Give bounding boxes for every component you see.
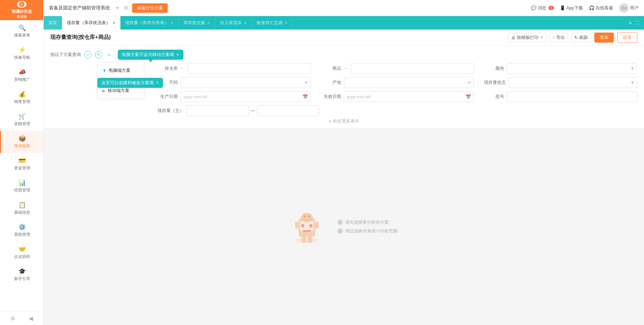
collapse-sidebar-icon[interactable]: ◀: [29, 315, 33, 322]
filter-warehouse-label: 按仓库: [158, 65, 178, 71]
arrow-right-icon: ▼: [102, 68, 107, 73]
lightning-icon: ⚡: [18, 46, 26, 54]
app-download-item[interactable]: 📱 App下载: [560, 5, 583, 11]
chevron-down-icon: ▼: [304, 80, 308, 85]
online-service-item[interactable]: 🎧 在线客服: [589, 5, 613, 11]
filter-add-button[interactable]: ＋: [84, 51, 92, 58]
filter-row-size: 尺码 ▼: [158, 77, 311, 88]
edition-label: 标准版: [17, 14, 27, 19]
arrow-right-icon: ▶: [102, 88, 106, 93]
topbar-gear-icon[interactable]: ⚙: [123, 5, 128, 11]
export-icon: ↑: [553, 35, 555, 40]
headset-icon: 🎧: [589, 5, 594, 10]
filter-row-exp-date: 失效日期 yyyy-mm-dd 📅: [321, 91, 474, 102]
sidebar-item-marketing[interactable]: 📣 营销推广: [0, 64, 43, 87]
sidebar-item-label: 资金管理: [14, 165, 30, 171]
content-area: ① 请先选择要分析的方案 ② 用过滤条件来缩小分析范围: [44, 128, 644, 325]
settings-bottom-icon[interactable]: ⚙: [10, 315, 15, 322]
collapse-bar[interactable]: ∧ 收起更多条件: [50, 116, 637, 125]
svg-rect-7: [303, 230, 311, 232]
bell-icon: 💬: [531, 5, 536, 10]
sidebar-item-label: 采购管理: [14, 121, 30, 127]
hint1-text: 请先选择要分析的方案: [345, 219, 389, 225]
refresh-button[interactable]: ↻ 刷新: [571, 33, 591, 42]
sidebar-item-finance[interactable]: 💳 资金管理: [0, 153, 43, 175]
chevron-down-icon: ▼: [540, 36, 543, 39]
tab-delivery-summary[interactable]: 收发存汇总表 ✕: [252, 16, 293, 30]
sidebar-item-search-menu[interactable]: 🔍 搜索菜单: [0, 20, 43, 42]
tab-close-icon[interactable]: ✕: [244, 21, 247, 25]
tab-close-icon[interactable]: ✕: [285, 21, 288, 25]
filter-batch-input[interactable]: [507, 91, 637, 102]
filter-arrow-button[interactable]: «: [106, 51, 113, 58]
filter-batch-label: 批号: [484, 94, 504, 100]
filter-edit-button[interactable]: ✎: [95, 51, 102, 58]
filter-row-origin: 产地 ▼: [321, 77, 474, 88]
tab-batch-ledger[interactable]: 库存批次账 ✕: [179, 16, 215, 30]
tab-home-label: 首页: [48, 20, 57, 26]
export-button[interactable]: ↑ 导出: [550, 33, 568, 42]
tab-inventory-dist[interactable]: 现存量（库存分布表） ✕: [120, 16, 179, 30]
sidebar-item-system[interactable]: ⚙️ 系统管理: [0, 219, 43, 241]
filter-row-warehouse: 按仓库 ···: [158, 63, 311, 74]
filter-color-select[interactable]: ▼: [507, 63, 637, 74]
filter-inv-status-select[interactable]: ▼: [508, 77, 637, 88]
tooltip-close-icon[interactable]: ✕: [176, 52, 179, 57]
sidebar-item-operations[interactable]: 📊 经营管理: [0, 175, 43, 197]
settings-button[interactable]: 设置: [617, 32, 637, 43]
calendar-icon[interactable]: 📅: [303, 94, 308, 99]
print-button[interactable]: 🖨 按模板打印 ▼: [508, 33, 546, 42]
user-item[interactable]: Ea 用户: [619, 3, 639, 13]
sidebar-item-cooperation[interactable]: 🤝 企业协同: [0, 241, 43, 264]
logo-icon: 6: [17, 1, 26, 8]
sidebar-item-label: 新手引导: [14, 276, 30, 282]
filter-color-label: 颜色: [484, 65, 504, 71]
chevron-down-icon: ▼: [631, 66, 634, 70]
tab-close-icon[interactable]: ✕: [171, 21, 174, 25]
calendar-icon[interactable]: 📅: [466, 94, 471, 99]
tab-close-icon[interactable]: ✕: [112, 21, 115, 25]
scheme-tree-item-desktop[interactable]: ▼ 电脑端方案: [98, 65, 144, 75]
tab-home[interactable]: 首页: [44, 16, 62, 30]
filter-size-select[interactable]: ▼: [180, 77, 311, 88]
sidebar-item-sales[interactable]: 💰 销售管理: [0, 87, 43, 109]
refresh-icon: ↻: [574, 35, 578, 40]
collapse-label: 收起更多条件: [333, 118, 359, 124]
tooltip-scheme-close-icon[interactable]: ✕: [156, 80, 159, 85]
sidebar-item-tutorial[interactable]: 🎓 新手引导: [0, 264, 43, 286]
chart-icon: 📊: [18, 179, 26, 186]
close-all-icon[interactable]: ✕: [629, 20, 632, 25]
filter-origin-select[interactable]: ▼: [344, 77, 474, 88]
filter-goods-dots[interactable]: ···: [344, 65, 348, 71]
filter-prod-date-input[interactable]: yyyy-mm-dd 📅: [180, 91, 311, 102]
filter-row-goods: 商品 ···: [321, 63, 474, 74]
sidebar-item-basic-info[interactable]: 📋 基础信息: [0, 197, 43, 219]
sidebar-item-quick-nav[interactable]: ⚡ 快速导航: [0, 42, 43, 64]
tab-close-icon[interactable]: ✕: [207, 21, 210, 25]
tooltip-scheme-create: 这里可以创建和修改方案哦 ✕: [97, 78, 163, 88]
app-download-label: App下载: [567, 5, 583, 11]
cart-icon: 🛒: [18, 113, 26, 120]
solution-button[interactable]: 体验行业方案: [132, 3, 168, 13]
query-button[interactable]: 查询: [594, 33, 614, 43]
sidebar-item-purchase[interactable]: 🛒 采购管理: [0, 109, 43, 131]
sidebar-item-label: 营销推广: [14, 77, 30, 83]
tab-inout-flow[interactable]: 出入库流水 ✕: [215, 16, 252, 30]
maximize-icon[interactable]: ⛶: [635, 20, 639, 25]
filter-inv-qty-max[interactable]: [257, 105, 319, 116]
filter-inv-qty-min[interactable]: [186, 105, 249, 116]
notice-item[interactable]: 💬 消息 6: [531, 5, 554, 11]
tooltip-arrow: [149, 60, 153, 62]
filter-exp-date-input[interactable]: yyyy-mm-dd 📅: [344, 91, 474, 102]
page-header: 现存量查询(按仓库+商品) 🖨 按模板打印 ▼ ↑ 导出 ↻ 刷新 查询 设置: [44, 30, 644, 46]
sidebar-item-inventory[interactable]: 📦 库存核算: [0, 131, 43, 153]
system-name: 装备及固定资产辅助管理系统: [49, 5, 110, 11]
main-content: 装备及固定资产辅助管理系统 ▼ ⚙ 体验行业方案 💬 消息 6 📱 App下载 …: [44, 0, 644, 325]
filter-inv-qty-label: 现存量（主）: [158, 108, 184, 114]
chevron-down-icon[interactable]: ▼: [115, 6, 119, 10]
tab-inventory-status[interactable]: 现存量（库存状况表） ✕: [62, 16, 120, 30]
topbar: 装备及固定资产辅助管理系统 ▼ ⚙ 体验行业方案 💬 消息 6 📱 App下载 …: [44, 0, 644, 16]
handshake-icon: 🤝: [18, 246, 26, 253]
sidebar-item-label: 经营管理: [14, 187, 30, 193]
filter-warehouse-dots[interactable]: ···: [180, 65, 185, 71]
